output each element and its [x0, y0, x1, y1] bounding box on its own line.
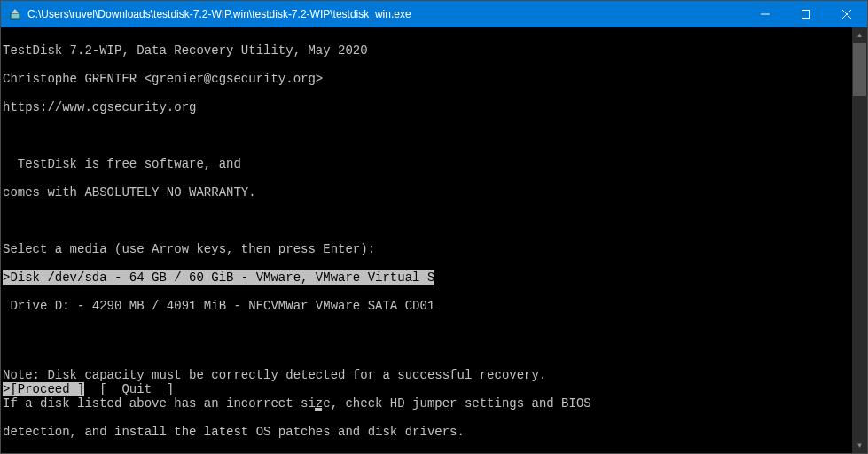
close-button[interactable] [826, 1, 867, 27]
maximize-icon [802, 10, 810, 19]
titlebar[interactable]: C:\Users\ruvel\Downloads\testdisk-7.2-WI… [1, 1, 867, 27]
freeware-line: TestDisk is free software, and [3, 157, 852, 171]
footer-line: If a disk listed above has an incorrect … [3, 396, 591, 411]
window-controls [745, 1, 867, 27]
vertical-scrollbar[interactable]: ▲ ▼ [852, 27, 867, 453]
footer-line: detection, and install the latest OS pat… [3, 425, 591, 439]
close-icon [842, 10, 851, 19]
freeware-line: comes with ABSOLUTELY NO WARRANTY. [3, 185, 852, 200]
maximize-button[interactable] [786, 1, 826, 27]
minimize-button[interactable] [745, 1, 786, 27]
disk-item[interactable]: Drive D: - 4290 MB / 4091 MiB - NECVMWar… [3, 299, 852, 313]
svg-rect-2 [802, 11, 810, 19]
console-area: TestDisk 7.2-WIP, Data Recovery Utility,… [1, 27, 867, 453]
blank-line [3, 214, 852, 228]
app-icon [8, 7, 22, 21]
scrollbar-thumb[interactable] [853, 43, 866, 96]
select-prompt: Select a media (use Arrow keys, then pre… [3, 242, 852, 256]
header-line: https://www.cgsecurity.org [3, 100, 852, 114]
footer-line: Note: Disk capacity must be correctly de… [3, 368, 591, 382]
scroll-down-arrow-icon[interactable]: ▼ [852, 438, 867, 453]
window-title: C:\Users\ruvel\Downloads\testdisk-7.2-WI… [27, 8, 745, 20]
app-window: C:\Users\ruvel\Downloads\testdisk-7.2-WI… [0, 0, 868, 454]
header-line: TestDisk 7.2-WIP, Data Recovery Utility,… [3, 43, 852, 58]
header-line: Christophe GRENIER <grenier@cgsecurity.o… [3, 72, 852, 86]
scroll-up-arrow-icon[interactable]: ▲ [852, 27, 867, 43]
svg-rect-0 [11, 13, 20, 19]
footer-note: Note: Disk capacity must be correctly de… [3, 354, 591, 453]
disk-item-selected[interactable]: >Disk /dev/sda - 64 GB / 60 GiB - VMware… [3, 270, 852, 285]
minimize-icon [761, 10, 770, 19]
blank-line [3, 129, 852, 143]
console[interactable]: TestDisk 7.2-WIP, Data Recovery Utility,… [1, 27, 852, 453]
